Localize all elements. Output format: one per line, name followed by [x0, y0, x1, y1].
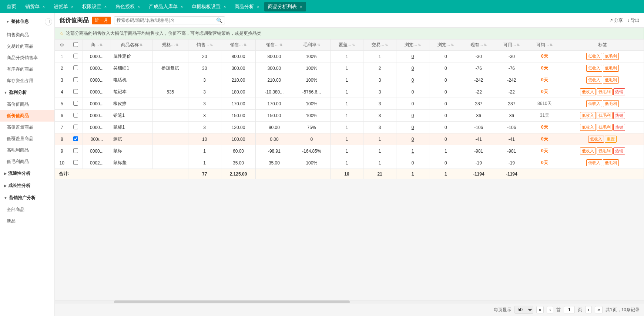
settings-icon[interactable]: ⚙ — [60, 43, 64, 48]
browse-link[interactable]: 0 — [412, 89, 414, 95]
row-checkbox[interactable] — [73, 136, 78, 141]
row-checkbox-cell[interactable] — [69, 86, 83, 98]
sidebar-item-all-goods[interactable]: 全部商品 — [0, 204, 54, 215]
col-checkbox[interactable] — [69, 40, 83, 51]
nav-product-warehouse[interactable]: 产成品入库单 × — [145, 2, 187, 11]
row-browse1[interactable]: 0 — [396, 110, 429, 122]
sort-icon-avail[interactable]: ⇅ — [517, 43, 520, 47]
col-cover[interactable]: 覆盖...⇅ — [331, 40, 363, 51]
per-page-select[interactable]: 50 100 — [514, 306, 533, 314]
nav-purchase[interactable]: 进货单 × — [50, 2, 77, 11]
browse-link[interactable]: 0 — [412, 66, 414, 71]
row-checkbox-cell[interactable] — [69, 62, 83, 74]
sort-icon-margin[interactable]: ⇅ — [317, 43, 320, 47]
nav-sales[interactable]: 销货单 × — [21, 2, 48, 11]
col-tags[interactable]: 标签 — [561, 40, 644, 51]
sort-icon[interactable]: ⇅ — [100, 43, 103, 47]
row-checkbox[interactable] — [73, 101, 78, 106]
sidebar-group-growth[interactable]: ▶ 成长性分析 — [0, 180, 54, 192]
row-browse1[interactable]: 0 — [396, 86, 429, 98]
row-checkbox[interactable] — [73, 160, 78, 165]
sidebar-item-high-margin[interactable]: 高毛利商品 — [0, 145, 54, 156]
sidebar-item-low-value[interactable]: 低价值商品 — [0, 110, 54, 122]
page-input[interactable] — [564, 306, 575, 313]
sort-icon-b2[interactable]: ⇅ — [451, 43, 454, 47]
col-code[interactable]: 商...⇅ — [83, 40, 111, 51]
export-btn[interactable]: ↓ 导出 — [627, 17, 640, 24]
next-page-btn[interactable]: › — [585, 306, 592, 313]
col-sales3[interactable]: 销售...⇅ — [256, 40, 293, 51]
sidebar-collapse-btn[interactable]: 《 — [45, 18, 52, 26]
browse-link[interactable]: 0 — [412, 78, 414, 83]
row-browse1[interactable]: 0 — [396, 98, 429, 110]
sort-icon-spec[interactable]: ⇅ — [175, 43, 178, 47]
nav-analysis-list[interactable]: 商品分析列表 × — [264, 2, 306, 11]
row-checkbox[interactable] — [73, 77, 78, 82]
row-checkbox[interactable] — [73, 65, 78, 70]
sidebar-group-overall[interactable]: ▼ 整体信息 — [2, 16, 45, 28]
nav-home[interactable]: 首页 — [3, 2, 20, 11]
sidebar-item-sales-goods[interactable]: 销售类商品 — [0, 29, 54, 41]
nav-permission[interactable]: 权限设置 × — [78, 2, 110, 11]
row-browse1[interactable]: 0 — [396, 74, 429, 86]
select-all-checkbox[interactable] — [73, 42, 78, 47]
first-page-btn[interactable]: « — [536, 306, 544, 313]
prev-page-btn[interactable]: ‹ — [547, 306, 553, 313]
col-spec[interactable]: 规格...⇅ — [152, 40, 188, 51]
row-browse1[interactable]: 0 — [396, 157, 429, 169]
share-btn[interactable]: ↗ 分享 — [609, 17, 623, 24]
sidebar-item-category-rate[interactable]: 商品分类销售率 — [0, 52, 54, 64]
sort-icon-s3[interactable]: ⇅ — [279, 43, 282, 47]
filter-btn[interactable]: 近一月 — [92, 17, 111, 24]
sort-icon-name[interactable]: ⇅ — [140, 43, 142, 47]
sort-icon-sell[interactable]: ⇅ — [550, 43, 553, 47]
col-sellable[interactable]: 可销...⇅ — [528, 40, 561, 51]
col-margin[interactable]: 毛利率⇅ — [293, 40, 330, 51]
row-checkbox-cell[interactable] — [69, 98, 83, 110]
row-checkbox[interactable] — [73, 89, 78, 94]
col-deal[interactable]: 交易...⇅ — [363, 40, 396, 51]
sidebar-group-profit[interactable]: ▼ 盈利分析 — [0, 86, 54, 99]
sidebar-item-stock-capital[interactable]: 库存资金占用 — [0, 75, 54, 86]
row-checkbox-cell[interactable] — [69, 51, 83, 62]
table-container[interactable]: ⚙ 商...⇅ 商品名称⇅ 规格...⇅ 销售...⇅ 销售...⇅ 销售...… — [55, 39, 644, 300]
row-checkbox[interactable] — [73, 125, 78, 129]
row-browse1[interactable]: 0 — [396, 51, 429, 62]
row-checkbox-cell[interactable] — [69, 145, 83, 157]
col-available[interactable]: 可用...⇅ — [495, 40, 528, 51]
browse-link[interactable]: 0 — [412, 54, 414, 59]
col-settings[interactable]: ⚙ — [55, 40, 69, 51]
row-checkbox-cell[interactable] — [69, 157, 83, 169]
row-checkbox-cell[interactable] — [69, 110, 83, 122]
sidebar-item-low-margin[interactable]: 低毛利商品 — [0, 156, 54, 167]
row-browse1[interactable]: 1 — [396, 145, 429, 157]
sidebar-item-low-coverage[interactable]: 低覆盖量商品 — [0, 133, 54, 145]
row-browse1[interactable]: 0 — [396, 62, 429, 74]
sort-icon-s2[interactable]: ⇅ — [244, 43, 246, 47]
sort-icon-cur[interactable]: ⇅ — [484, 43, 487, 47]
browse-link[interactable]: 1 — [412, 149, 414, 154]
row-browse1[interactable]: 0 — [396, 133, 429, 145]
row-checkbox[interactable] — [73, 113, 78, 118]
row-checkbox-cell[interactable] — [69, 133, 83, 145]
col-browse2[interactable]: 浏览...⇅ — [429, 40, 462, 51]
browse-link[interactable]: 0 — [412, 101, 414, 106]
search-input[interactable] — [117, 18, 216, 23]
last-page-btn[interactable]: » — [595, 306, 603, 313]
col-name[interactable]: 商品名称⇅ — [111, 40, 153, 51]
sidebar-item-high-coverage[interactable]: 高覆盖量商品 — [0, 122, 54, 133]
sort-icon-s1[interactable]: ⇅ — [210, 43, 213, 47]
sidebar-item-high-value[interactable]: 高价值商品 — [0, 99, 54, 110]
row-checkbox[interactable] — [73, 148, 78, 153]
sidebar-item-new-goods[interactable]: 新品 — [0, 215, 54, 227]
col-sales1[interactable]: 销售...⇅ — [188, 40, 221, 51]
sort-icon-b1[interactable]: ⇅ — [418, 43, 421, 47]
col-sales2[interactable]: 销售...⇅ — [221, 40, 256, 51]
sort-icon-cover[interactable]: ⇅ — [352, 43, 355, 47]
nav-role[interactable]: 角色授权 × — [112, 2, 144, 11]
horizontal-scrollbar[interactable] — [55, 300, 644, 303]
row-checkbox-cell[interactable] — [69, 74, 83, 86]
row-checkbox-cell[interactable] — [69, 122, 83, 133]
browse-link[interactable]: 0 — [412, 137, 414, 142]
browse-link[interactable]: 0 — [412, 113, 414, 118]
